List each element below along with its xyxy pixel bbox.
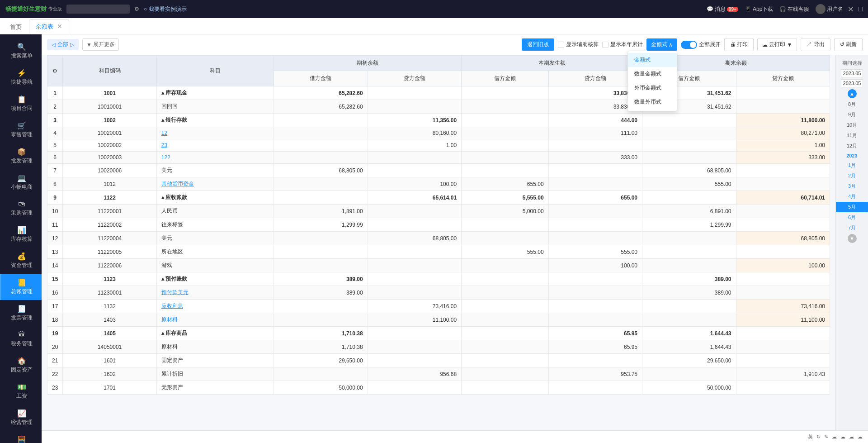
opening_debit bbox=[274, 313, 368, 327]
row-number: 16 bbox=[47, 286, 63, 300]
period-month-8[interactable]: 8月 bbox=[836, 99, 868, 110]
auxiliary-checkbox[interactable] bbox=[558, 42, 564, 48]
period-month-4[interactable]: 4月 bbox=[836, 191, 868, 202]
content-wrapper: ⚙ 科目编码 科目 期初余额 本期发生额 期末余额 借方金额 贷方金额 借方金额 bbox=[42, 55, 868, 430]
sidebar-item-inventory[interactable]: 📊 库存核算 bbox=[0, 221, 42, 248]
auxiliary-label: 显示辅助核算 bbox=[566, 41, 599, 48]
row-number: 18 bbox=[47, 313, 63, 327]
tab-balance[interactable]: 余额表 ✕ bbox=[29, 19, 69, 34]
app-download-action[interactable]: 📱 App下载 bbox=[745, 5, 773, 13]
return-old-btn[interactable]: 退回旧版 bbox=[522, 38, 554, 51]
refresh-btn[interactable]: ↺ 刷新 bbox=[834, 38, 863, 51]
tab-close-icon[interactable]: ✕ bbox=[57, 23, 62, 30]
top-search-input[interactable] bbox=[66, 5, 130, 14]
closing_credit: 11,800.00 bbox=[736, 114, 830, 127]
bottom-edit-icon[interactable]: ✎ bbox=[824, 434, 828, 440]
table-settings-icon[interactable]: ⚙ bbox=[52, 68, 57, 74]
account-name[interactable]: 预付款美元 bbox=[156, 286, 274, 300]
period-month-2[interactable]: 2月 bbox=[836, 171, 868, 181]
dropdown-item-amount[interactable]: 金额式 bbox=[628, 53, 677, 67]
bottom-refresh-icon[interactable]: ↻ bbox=[816, 434, 821, 440]
print-btn[interactable]: 🖨 打印 bbox=[724, 38, 754, 51]
demo-link[interactable]: ○ 我要看实例演示 bbox=[144, 5, 187, 13]
closing_debit bbox=[642, 300, 736, 313]
sidebar-item-invoice[interactable]: 🧾 发票管理 bbox=[0, 300, 42, 326]
period-month-9[interactable]: 9月 bbox=[836, 110, 868, 120]
sidebar-item-ledger[interactable]: 📒 总账管理 bbox=[0, 274, 42, 300]
closing_debit bbox=[642, 139, 736, 152]
row-number: 10 bbox=[47, 205, 63, 218]
account-name[interactable]: 原材料 bbox=[156, 313, 274, 327]
period_debit bbox=[462, 381, 548, 395]
sidebar-item-retail[interactable]: 🛒 零售管理 bbox=[0, 117, 42, 143]
annual-checkbox[interactable] bbox=[602, 42, 609, 48]
all-filter[interactable]: ◁ 全部 ▷ bbox=[47, 39, 79, 50]
opening_debit bbox=[274, 191, 368, 205]
bottom-cloud3-icon[interactable]: ☁ bbox=[849, 434, 854, 440]
expand-icon: ▼ bbox=[86, 42, 92, 48]
period-year-2023[interactable]: 2023 bbox=[836, 151, 868, 160]
sidebar-item-shortcuts[interactable]: ⚡ 快捷导航 bbox=[0, 64, 42, 91]
sidebar-item-search[interactable]: 🔍 搜索菜单 bbox=[0, 38, 42, 64]
account-name: 游戏 bbox=[156, 259, 274, 272]
sidebar-item-operations[interactable]: 📈 经营管理 bbox=[0, 405, 42, 431]
period-nav-down[interactable]: ▼ bbox=[848, 234, 857, 243]
account-name[interactable]: 应收利息 bbox=[156, 300, 274, 313]
sidebar-item-tax[interactable]: 🏛 税务管理 bbox=[0, 326, 42, 352]
period_debit bbox=[462, 152, 548, 164]
sidebar-item-project[interactable]: 📋 项目合同 bbox=[0, 91, 42, 117]
sidebar-item-finance[interactable]: 💰 资金管理 bbox=[0, 248, 42, 274]
sidebar-item-ecommerce[interactable]: 💻 小畅电商 bbox=[0, 169, 42, 195]
period-nav-up[interactable]: ▲ bbox=[848, 89, 857, 98]
top-bar: 畅捷通好生意财 专业版 ⚙ ○ 我要看实例演示 💬 消息 99+ 📱 App下载… bbox=[0, 0, 868, 18]
bottom-lang-icon[interactable]: 英 bbox=[808, 433, 813, 440]
account-name[interactable]: 12 bbox=[156, 127, 274, 139]
account-name[interactable]: 23 bbox=[156, 139, 274, 152]
period-month-10[interactable]: 10月 bbox=[836, 120, 868, 130]
sidebar-item-payroll[interactable]: 💵 工资 bbox=[0, 378, 42, 405]
bottom-cloud1-icon[interactable]: ☁ bbox=[832, 434, 837, 440]
sidebar-item-wholesale[interactable]: 📦 批发管理 bbox=[0, 143, 42, 169]
retail-icon: 🛒 bbox=[3, 121, 40, 130]
sidebar-item-purchase[interactable]: 🛍 采购管理 bbox=[0, 195, 42, 221]
print-icon: 🖨 bbox=[730, 41, 737, 48]
row-number: 14 bbox=[47, 259, 63, 272]
cloud-print-btn[interactable]: ☁ 云打印 ▼ bbox=[757, 38, 797, 51]
sidebar-item-expense[interactable]: 🧮 小畅报销 bbox=[0, 431, 42, 443]
tab-home[interactable]: 首页 bbox=[4, 20, 28, 34]
caret-icon: ∧ bbox=[669, 42, 673, 48]
bottom-cloud2-icon[interactable]: ☁ bbox=[840, 434, 845, 440]
period-month-12[interactable]: 12月 bbox=[836, 141, 868, 151]
expand-switch[interactable] bbox=[681, 41, 697, 49]
expand-more-btn[interactable]: ▼ 展开更多 bbox=[82, 38, 119, 51]
window-close[interactable]: ✕ bbox=[848, 5, 854, 14]
dropdown-item-qty-foreign[interactable]: 数量外币式 bbox=[628, 95, 677, 109]
sidebar-item-assets[interactable]: 🏠 固定资产 bbox=[0, 352, 42, 378]
sidebar: 🔍 搜索菜单 ⚡ 快捷导航 📋 项目合同 🛒 零售管理 📦 批发管理 💻 小畅电… bbox=[0, 34, 42, 443]
opening_credit: 68,805.00 bbox=[368, 232, 461, 245]
settings-icon[interactable]: ⚙ bbox=[134, 6, 139, 12]
dropdown-item-foreign[interactable]: 外币金额式 bbox=[628, 81, 677, 95]
online-service-action[interactable]: 🎧 在线客服 bbox=[779, 5, 809, 13]
period-year-start[interactable]: 2023.05 bbox=[841, 69, 863, 77]
account-name[interactable]: 122 bbox=[156, 152, 274, 164]
period-month-1[interactable]: 1月 bbox=[836, 160, 868, 171]
user-action[interactable]: 用户名 bbox=[816, 4, 843, 14]
window-maximize[interactable]: □ bbox=[858, 5, 863, 13]
account-name[interactable]: 其他货币资金 bbox=[156, 177, 274, 191]
period-month-11[interactable]: 11月 bbox=[836, 130, 868, 141]
dropdown-item-qty-amount[interactable]: 数量金额式 bbox=[628, 67, 677, 81]
closing_credit: 68,805.00 bbox=[736, 232, 830, 245]
right-arrow-icon: ▷ bbox=[70, 42, 74, 48]
export-btn[interactable]: ↗ 导出 bbox=[801, 38, 830, 51]
period-month-5[interactable]: 5月 bbox=[836, 202, 868, 212]
period-month-7[interactable]: 7月 bbox=[836, 223, 868, 233]
period_debit bbox=[462, 100, 548, 114]
period-month-3[interactable]: 3月 bbox=[836, 181, 868, 191]
message-action[interactable]: 💬 消息 99+ bbox=[707, 5, 738, 13]
bottom-cloud4-icon[interactable]: ☁ bbox=[858, 434, 863, 440]
opening_debit bbox=[274, 259, 368, 272]
period-year-end[interactable]: 2023.05 bbox=[841, 79, 863, 87]
period-month-6[interactable]: 6月 bbox=[836, 212, 868, 223]
amount-style-btn[interactable]: 金额式 ∧ bbox=[646, 38, 677, 51]
